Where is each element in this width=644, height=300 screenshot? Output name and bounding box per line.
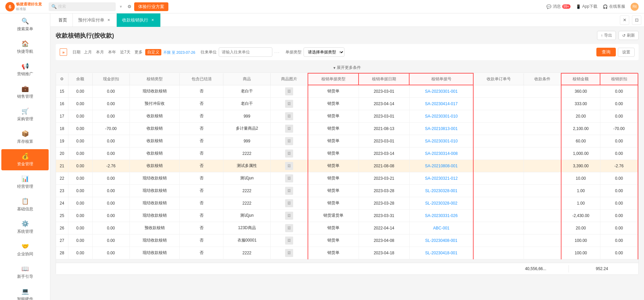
row-bill-type: 销货单: [308, 184, 359, 197]
expand-more-button[interactable]: ▾ 展开更多条件: [333, 65, 361, 71]
row-bill-type: 销货退货单: [308, 209, 359, 222]
row-settled: 否: [180, 184, 223, 197]
brand: 6 畅捷通谱好生意 标准版: [5, 2, 42, 11]
maximize-window-btn[interactable]: ⊡: [632, 15, 641, 25]
partner-label: 往来单位: [201, 49, 217, 55]
bill-no-link[interactable]: SL-20230418-001: [425, 251, 458, 255]
sidebar-item-purchase[interactable]: 🛒 采购管理: [1, 104, 49, 125]
more-date-btn[interactable]: 更多: [133, 49, 144, 55]
data-table-container: ⚙ 余额 现金折扣 核销类型 包含已结清 商品 商品图片 核销单据类型 核销单据…: [56, 73, 639, 275]
bill-no-link[interactable]: SA-20230321-012: [425, 176, 458, 181]
last-7days-btn[interactable]: 近7天: [119, 49, 132, 55]
close-prepayment-tab[interactable]: ✕: [106, 18, 111, 23]
tab-receipt-verification[interactable]: 收款核销执行 ✕: [117, 13, 161, 27]
receipt-type-select[interactable]: 请选择单据类型 销货单 销货退货单: [304, 47, 344, 57]
sidebar-item-search[interactable]: 🔍 搜索菜单: [1, 14, 49, 35]
table-row: 25 0.00 0.00 现结收款核销 否 测试jun 🖼 销货退货单 2023…: [56, 209, 638, 222]
sidebar-item-basic[interactable]: 📋 基础信息: [1, 194, 49, 215]
col-header-type: 核销类型: [129, 73, 179, 85]
sidebar-item-nav[interactable]: 🏠 快捷导航: [1, 37, 49, 58]
top-bar-actions: 💬 消息 99+ 📱 App下载 🎧 在线客服 Rit: [546, 3, 639, 11]
horizontal-scrollbar[interactable]: [56, 259, 638, 263]
partner-input[interactable]: [219, 47, 272, 57]
sidebar-item-cooperation[interactable]: 🤝 企业协同: [1, 239, 49, 260]
row-amount: -2,430.00: [561, 209, 600, 222]
tab-prepayment[interactable]: 预付冲应付单 ✕: [73, 13, 117, 27]
row-order-no: [473, 122, 524, 135]
sidebar-item-guide[interactable]: 📖 新手引导: [1, 262, 49, 283]
row-amount: 333.00: [561, 97, 600, 110]
col-header-discount: 核销折扣: [600, 73, 638, 85]
row-payment-term: [524, 97, 561, 110]
row-bill-type: 销货单: [308, 85, 359, 97]
notification-icon[interactable]: 💬 消息 99+: [546, 4, 571, 9]
table-row: 21 0.00 -2.76 收款核销 否 测试多属性 🖼 销货单 2021-08…: [56, 160, 638, 172]
sidebar-item-marketing[interactable]: 📢 营销推广: [1, 59, 49, 80]
row-balance: 0.00: [68, 197, 92, 209]
row-cash-discount: 0.00: [92, 209, 129, 222]
this-year-btn[interactable]: 本年: [107, 49, 117, 55]
row-discount: 0.00: [600, 135, 638, 147]
search-bar[interactable]: 🔍 搜索: [49, 2, 116, 11]
table-row: 26 0.00 0.00 预收款核销 否 123D商品 🖼 销货单 2022-0…: [56, 222, 638, 234]
tab-bar: 首页 预付冲应付单 ✕ 收款核销执行 ✕ ✕ ⊡: [50, 13, 644, 27]
row-type: 现结收款核销: [129, 247, 179, 259]
query-button[interactable]: 查询: [596, 48, 616, 56]
settings-icon[interactable]: ⚙: [127, 4, 131, 9]
bill-no-link[interactable]: SA-20230314-008: [425, 151, 458, 156]
product-image: 🖼: [285, 137, 293, 145]
tab-home[interactable]: 首页: [53, 13, 73, 27]
sidebar-item-operations[interactable]: 📊 经营管理: [1, 172, 49, 193]
bill-no-link[interactable]: ABC-001: [433, 226, 449, 230]
bill-no-link[interactable]: SA-20230301-001: [425, 89, 458, 94]
bill-no-link[interactable]: SA-20210813-001: [425, 126, 458, 131]
bill-no-link[interactable]: SA-20230414-017: [425, 101, 458, 106]
row-amount: 20.00: [561, 222, 600, 234]
expand-more-icon: ▾: [333, 66, 335, 70]
row-type: 现结收款核销: [129, 85, 179, 97]
row-cash-discount: 0.00: [92, 85, 129, 97]
app-download-btn[interactable]: 📱 App下载: [576, 4, 597, 9]
custom-date-btn[interactable]: 自定义: [145, 49, 161, 55]
sidebar-item-hardware[interactable]: 💻 智能硬件: [1, 284, 49, 300]
sidebar-item-system[interactable]: ⚙️ 系统管理: [1, 217, 49, 238]
row-cash-discount: 0.00: [92, 135, 129, 147]
row-cash-discount: -70.00: [92, 122, 129, 135]
bill-no-link[interactable]: SL-20230328-001: [425, 188, 458, 193]
row-order-no: [473, 184, 524, 197]
this-month-btn[interactable]: 本月: [95, 49, 105, 55]
bill-no-link[interactable]: SA-20230331-026: [425, 213, 458, 218]
row-balance: 0.00: [68, 234, 92, 247]
expand-more-section: ▾ 展开更多条件: [56, 63, 639, 73]
bill-no-link[interactable]: SA-20230301-010: [425, 114, 458, 119]
col-header-settings[interactable]: ⚙: [56, 73, 68, 85]
bill-no-link[interactable]: SA-20210808-001: [425, 164, 458, 168]
row-seq: 18: [56, 122, 68, 135]
last-month-btn[interactable]: 上月: [83, 49, 93, 55]
avatar[interactable]: Rit: [631, 3, 639, 11]
sidebar-item-inventory[interactable]: 📦 库存核算: [1, 127, 49, 148]
table-row: 28 0.00 0.00 现结收款核销 否 2222 🖼 销货单 2023-04…: [56, 247, 638, 259]
row-type: 收款核销: [129, 122, 179, 135]
bill-no-link[interactable]: SL-20230408-001: [425, 238, 458, 243]
close-receipt-tab[interactable]: ✕: [150, 18, 155, 23]
row-seq: 25: [56, 209, 68, 222]
bill-no-link[interactable]: SA-20230301-010: [425, 139, 458, 143]
row-cash-discount: 0.00: [92, 147, 129, 160]
online-service-btn[interactable]: 🎧 在线客服: [603, 4, 625, 9]
solution-button[interactable]: 体验行业方案: [134, 2, 168, 11]
settings-button[interactable]: 设置: [618, 48, 635, 57]
sidebar-item-finance[interactable]: 💰 资金管理: [1, 149, 49, 170]
sidebar-item-sales[interactable]: 💼 销售管理: [1, 82, 49, 103]
row-bill-date: 2023-03-01: [359, 135, 409, 147]
close-window-btn[interactable]: ✕: [620, 15, 629, 25]
product-image: 🖼: [285, 237, 293, 245]
product-image: 🖼: [285, 224, 293, 232]
export-button[interactable]: ↑ 导出: [597, 31, 616, 40]
row-payment-term: [524, 160, 561, 172]
bill-no-link[interactable]: SL-20230328-002: [425, 201, 458, 206]
partner-dots[interactable]: ···: [274, 50, 280, 55]
filter-expand-icon[interactable]: »: [60, 48, 67, 56]
col-header-amount: 核销金额: [561, 73, 600, 85]
refresh-button[interactable]: ↺ 刷新: [619, 31, 639, 40]
